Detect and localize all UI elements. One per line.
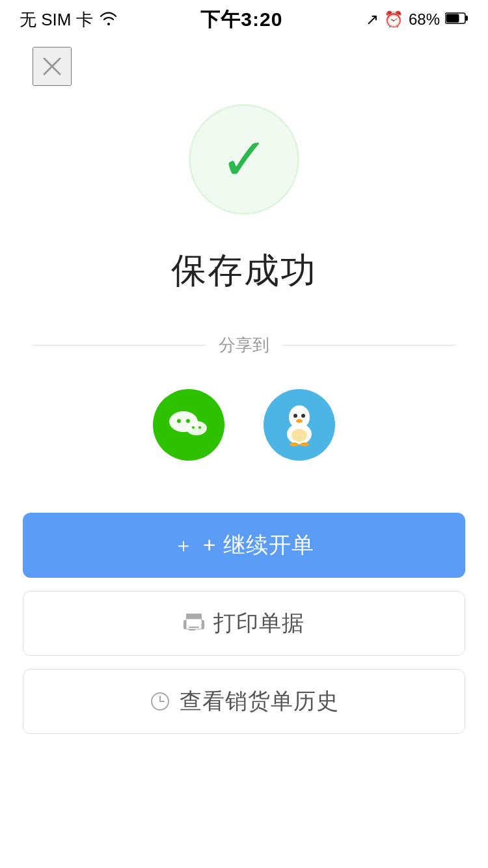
svg-rect-24: [199, 621, 202, 623]
svg-rect-22: [189, 627, 199, 628]
svg-point-9: [192, 426, 195, 429]
svg-rect-2: [465, 16, 468, 21]
battery-text: 68%: [409, 10, 440, 29]
wechat-share-button[interactable]: [153, 389, 224, 461]
close-button[interactable]: [33, 47, 72, 86]
plus-icon: ＋: [174, 532, 194, 559]
battery-icon: [445, 10, 468, 29]
share-label: 分享到: [219, 334, 269, 357]
svg-point-13: [293, 414, 297, 418]
svg-point-15: [296, 419, 303, 423]
no-sim-text: 无 SIM 卡: [20, 8, 93, 31]
alarm-icon: ⏰: [384, 10, 403, 29]
print-label: 打印单据: [213, 608, 305, 638]
history-label: 查看销货单历史: [180, 686, 339, 716]
svg-point-14: [301, 414, 305, 418]
qq-share-button[interactable]: [264, 389, 335, 461]
share-icons: [153, 389, 335, 461]
wifi-icon: [100, 10, 118, 30]
divider-right: [282, 345, 455, 346]
svg-point-18: [300, 442, 309, 446]
svg-point-17: [290, 442, 299, 446]
history-icon: [150, 691, 170, 712]
success-title: 保存成功: [171, 247, 317, 295]
action-buttons: ＋ + 继续开单 打印单据: [23, 513, 465, 734]
divider-left: [33, 345, 206, 346]
svg-point-7: [177, 419, 181, 423]
history-button[interactable]: 查看销货单历史: [23, 669, 465, 734]
svg-rect-1: [446, 14, 459, 23]
success-circle: ✓: [189, 104, 299, 215]
checkmark-icon: ✓: [220, 130, 269, 189]
location-icon: ↗: [366, 10, 379, 29]
status-right: ↗ ⏰ 68%: [366, 10, 468, 29]
printer-icon: [183, 614, 204, 633]
svg-point-16: [291, 429, 307, 442]
continue-button[interactable]: ＋ + 继续开单: [23, 513, 465, 578]
share-divider: 分享到: [33, 334, 455, 357]
svg-point-10: [198, 426, 201, 429]
status-bar: 无 SIM 卡 下午3:20 ↗ ⏰ 68%: [0, 0, 488, 39]
svg-point-8: [186, 419, 190, 423]
svg-point-6: [186, 421, 207, 435]
main-content: ✓ 保存成功 分享到: [0, 39, 488, 734]
status-left: 无 SIM 卡: [20, 8, 118, 31]
status-time: 下午3:20: [200, 7, 282, 33]
print-button[interactable]: 打印单据: [23, 591, 465, 656]
continue-label: + 继续开单: [203, 530, 314, 560]
svg-rect-23: [189, 629, 195, 631]
